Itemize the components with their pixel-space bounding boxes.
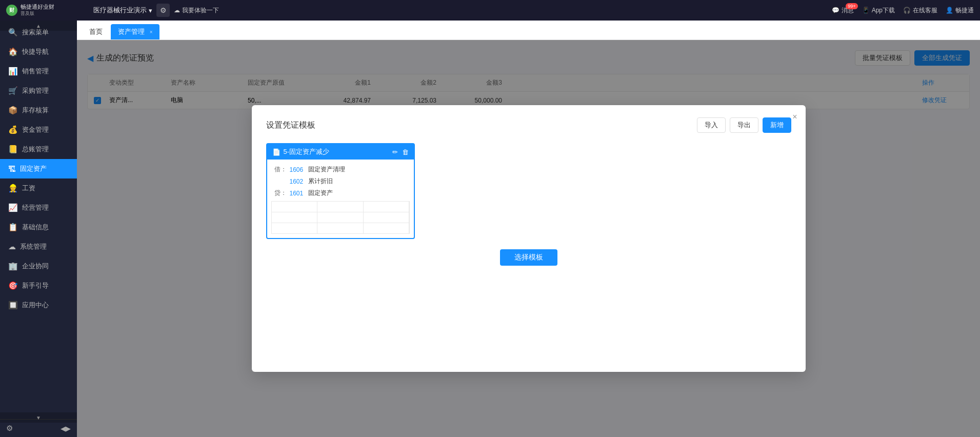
template-edit-icon[interactable]: ✏ [392,148,398,156]
sidebar-label-operations: 经营管理 [22,203,49,212]
service-icon: 🎧 [903,7,911,14]
sidebar-settings-icon[interactable]: ⚙ [6,424,13,433]
modal-header-actions: 导入 导出 新增 [697,117,791,133]
entry-direction-3: 贷： [274,189,290,197]
export-btn[interactable]: 导出 [730,117,758,133]
online-service-btn[interactable]: 🎧 在线客服 [903,6,937,15]
company-selector[interactable]: 医疗器械行业演示 ▾ [93,6,152,15]
sidebar-item-newcomer[interactable]: 🎯 新手引导 [0,276,77,295]
newcomer-icon: 🎯 [8,281,18,290]
select-template-btn[interactable]: 选择模板 [500,249,557,266]
template-card: 📄 5-固定资产减少 ✏ 🗑 借： [266,143,415,239]
experience-btn[interactable]: ☁ 我要体验一下 [174,6,219,15]
sidebar-item-sales[interactable]: 📊 销售管理 [0,62,77,81]
grid-cell-2 [317,202,363,212]
template-header-label: 5-固定资产减少 [284,147,330,156]
new-template-btn[interactable]: 新增 [763,117,791,133]
sidebar-item-enterprise[interactable]: 🏢 企业协同 [0,256,77,276]
sidebar: ▲ 🔍 搜索菜单 🏠 快捷导航 📊 销售管理 🛒 采购管理 📦 库存核算 [0,21,77,437]
app-name: 畅捷通好业财 [21,4,54,10]
cloud-icon: ☁ [8,242,16,251]
tab-home[interactable]: 首页 [82,24,110,39]
sidebar-item-purchase[interactable]: 🛒 采购管理 [0,81,77,101]
message-icon: 💬 [832,7,839,14]
tab-home-label: 首页 [89,28,103,35]
sidebar-item-sys-mgmt[interactable]: ☁ 系统管理 [0,237,77,256]
user-icon: 👤 [946,7,953,14]
grid-cell-4 [272,212,317,223]
grid-cell-9 [364,223,409,233]
experience-label: 我要体验一下 [182,6,219,15]
sidebar-label-newcomer: 新手引导 [22,281,49,290]
header-right: 💬 消息 99+ 📱 App下载 🎧 在线客服 👤 畅捷通 [832,6,974,15]
dropdown-icon: ▾ [149,7,152,14]
home-icon: 🏠 [8,47,18,56]
entry-name-1: 固定资产清理 [308,165,345,174]
entry-code-2: 1602 [290,178,308,185]
template-entry-1: 借： 1606 固定资产清理 [271,164,410,175]
sidebar-label-app-center: 应用中心 [22,301,49,310]
template-header-icons: ✏ 🗑 [392,148,409,156]
template-header-left: 📄 5-固定资产减少 [272,147,330,156]
sidebar-item-operations[interactable]: 📈 经营管理 [0,198,77,217]
app-download-label: App下载 [872,6,895,15]
template-card-body: 借： 1606 固定资产清理 1602 累计折旧 [267,160,414,238]
sidebar-label-sales: 销售管理 [22,67,49,76]
message-btn[interactable]: 💬 消息 99+ [832,6,854,15]
modal-close-btn[interactable]: × [792,112,797,122]
sidebar-label-basic-info: 基础信息 [22,223,49,232]
sidebar-item-app-center[interactable]: 🔲 应用中心 [0,295,77,315]
tab-bar: 首页 资产管理 × × ⤢ [77,21,980,40]
service-label: 在线客服 [913,6,937,15]
sidebar-item-inventory[interactable]: 📦 库存核算 [0,101,77,120]
payroll-icon: 👷 [8,184,18,193]
entry-code-3: 1601 [290,190,308,197]
sidebar-item-basic-info[interactable]: 📋 基础信息 [0,217,77,237]
sales-icon: 📊 [8,67,18,76]
sidebar-item-quicknav[interactable]: 🏠 快捷导航 [0,42,77,62]
sidebar-label-quicknav: 快捷导航 [22,47,49,56]
import-btn[interactable]: 导入 [697,117,726,133]
sidebar-label-fixed-assets: 固定资产 [20,164,47,173]
finance-icon: 💰 [8,125,18,134]
modal-header: 设置凭证模板 导入 导出 新增 [266,117,791,133]
template-entry-3: 贷： 1601 固定资产 [271,187,410,199]
entry-name-3: 固定资产 [308,189,333,197]
sidebar-label-payroll: 工资 [22,184,35,193]
tab-asset-mgmt[interactable]: 资产管理 × [111,24,159,39]
modal-dialog: × 设置凭证模板 导入 导出 新增 [252,105,806,372]
sidebar-nav: 🔍 搜索菜单 🏠 快捷导航 📊 销售管理 🛒 采购管理 📦 库存核算 💰 [0,21,77,419]
modal-title: 设置凭证模板 [266,120,315,131]
user-menu[interactable]: 👤 畅捷通 [946,6,974,15]
template-card-header: 📄 5-固定资产减少 ✏ 🗑 [267,144,414,160]
app-center-icon: 🔲 [8,301,18,310]
purchase-icon: 🛒 [8,86,18,95]
grid-cell-5 [317,212,363,223]
settings-icon-btn[interactable]: ⚙ [156,4,170,17]
sidebar-label-purchase: 采购管理 [22,86,49,95]
download-icon: 📱 [862,7,870,14]
sidebar-scroll-up[interactable]: ▲ [0,21,77,31]
sidebar-item-payroll[interactable]: 👷 工资 [0,178,77,198]
app-download-btn[interactable]: 📱 App下载 [862,6,895,15]
sidebar-label-inventory: 库存核算 [22,106,49,115]
grid-cell-7 [272,223,317,233]
entry-name-2: 累计折旧 [308,177,333,186]
grid-cell-1 [272,202,317,212]
basic-info-icon: 📋 [8,223,18,232]
fixed-assets-icon: 🏗 [8,165,16,173]
inventory-icon: 📦 [8,106,18,115]
entry-direction-1: 借： [274,165,290,174]
sidebar-item-finance[interactable]: 💰 资金管理 [0,120,77,140]
tab-asset-label: 资产管理 [118,28,145,35]
sidebar-item-ledger[interactable]: 📒 总账管理 [0,140,77,159]
sidebar-scroll-down[interactable]: ▼ [0,412,77,423]
sidebar-label-enterprise: 企业协同 [22,262,49,271]
message-badge: 99+ [846,3,857,9]
tab-close-icon[interactable]: × [150,29,153,35]
ledger-icon: 📒 [8,145,18,154]
logo-icon: 财 [6,5,17,16]
template-delete-icon[interactable]: 🗑 [402,148,409,156]
sidebar-item-fixed-assets[interactable]: 🏗 固定资产 [0,159,77,178]
sidebar-collapse-icon[interactable]: ◀▶ [61,425,71,432]
